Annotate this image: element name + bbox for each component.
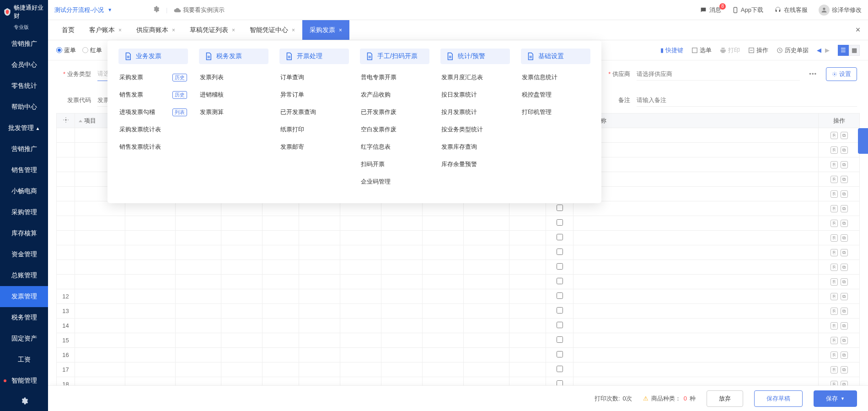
copy-icon[interactable]: ⎘ xyxy=(830,322,838,330)
duplicate-icon[interactable]: ⧉ xyxy=(841,308,848,315)
mega-tag[interactable]: 历史 xyxy=(172,74,187,81)
duplicate-icon[interactable]: ⧉ xyxy=(841,234,848,242)
sidebar-item[interactable]: 固定资产 xyxy=(0,328,48,349)
copy-icon[interactable]: ⎘ xyxy=(830,352,838,359)
duplicate-icon[interactable]: ⧉ xyxy=(841,205,848,212)
mega-item[interactable]: 发票月度汇总表 xyxy=(440,69,510,86)
table-row[interactable]: 15⎘⧉ xyxy=(57,333,860,348)
customer-service[interactable]: 在线客服 xyxy=(774,6,808,14)
quick-action-tab[interactable] xyxy=(858,128,868,154)
history-button[interactable]: 历史单据 xyxy=(777,46,809,54)
copy-icon[interactable]: ⎘ xyxy=(830,308,838,315)
duplicate-icon[interactable]: ⧉ xyxy=(841,293,848,300)
duplicate-icon[interactable]: ⧉ xyxy=(841,366,848,373)
mega-item[interactable]: 异常订单 xyxy=(279,86,349,103)
mega-item[interactable]: 发票库存查询 xyxy=(440,138,510,156)
tab[interactable]: 首页 xyxy=(54,20,82,40)
sidebar-item[interactable]: 总账管理 xyxy=(0,265,48,286)
mega-item[interactable]: 已开发票查询 xyxy=(279,103,349,121)
mega-item[interactable]: 纸票打印 xyxy=(279,121,349,138)
close-icon[interactable]: × xyxy=(172,27,175,33)
table-row[interactable]: ⎘⧉ xyxy=(57,245,860,260)
row-gift-checkbox[interactable] xyxy=(557,263,563,270)
print-button[interactable]: 打印 xyxy=(720,46,740,54)
table-row[interactable]: 14⎘⧉ xyxy=(57,319,860,333)
table-row[interactable]: 17⎘⧉ xyxy=(57,362,860,377)
copy-icon[interactable]: ⎘ xyxy=(830,220,838,227)
copy-icon[interactable]: ⎘ xyxy=(830,293,838,300)
close-icon[interactable]: × xyxy=(339,27,342,33)
copy-icon[interactable]: ⎘ xyxy=(830,161,838,168)
table-row[interactable]: 16⎘⧉ xyxy=(57,348,860,362)
sidebar-item[interactable]: 工资 xyxy=(0,349,48,370)
tab[interactable]: 采购发票× xyxy=(302,20,349,40)
copy-icon[interactable]: ⎘ xyxy=(830,381,838,385)
mega-item[interactable]: 销售发票统计表 xyxy=(118,138,188,156)
save-button[interactable]: 保存▼ xyxy=(814,390,857,407)
sidebar-item[interactable]: 采购管理 xyxy=(0,202,48,223)
mega-tag[interactable]: 历史 xyxy=(172,91,187,99)
mega-item[interactable]: 库存余量预警 xyxy=(440,156,510,173)
copy-icon[interactable]: ⎘ xyxy=(830,249,838,256)
duplicate-icon[interactable]: ⧉ xyxy=(841,352,848,359)
row-gift-checkbox[interactable] xyxy=(557,380,563,385)
table-row[interactable]: 12⎘⧉ xyxy=(57,289,860,304)
duplicate-icon[interactable]: ⧉ xyxy=(841,322,848,330)
mega-item[interactable]: 按月发票统计 xyxy=(440,103,510,121)
mega-item[interactable]: 打印机管理 xyxy=(521,103,590,121)
mega-item[interactable]: 按日发票统计 xyxy=(440,86,510,103)
select-button[interactable]: 选单 xyxy=(691,46,712,54)
next-button[interactable]: ▶ xyxy=(825,47,830,54)
duplicate-icon[interactable]: ⧉ xyxy=(841,132,848,139)
mega-item[interactable]: 红字信息表 xyxy=(360,138,429,156)
sidebar-item[interactable]: 资金管理 xyxy=(0,244,48,265)
sidebar-item[interactable]: 销售管理 xyxy=(0,160,48,181)
sidebar-item[interactable]: 批发管理▲ xyxy=(0,118,48,139)
duplicate-icon[interactable]: ⧉ xyxy=(841,278,848,286)
mega-item[interactable]: 发票测算 xyxy=(199,103,268,121)
mega-item[interactable]: 发票列表 xyxy=(199,69,268,86)
copy-icon[interactable]: ⎘ xyxy=(830,264,838,271)
user-menu[interactable]: 徐泽华修改 xyxy=(819,5,862,16)
nav-settings[interactable] xyxy=(0,392,48,411)
row-gift-checkbox[interactable] xyxy=(557,322,563,328)
row-gift-checkbox[interactable] xyxy=(557,307,563,314)
sidebar-item[interactable]: 会员中心 xyxy=(0,54,48,76)
tab[interactable]: 客户账本× xyxy=(82,20,129,40)
mega-item[interactable]: 空白发票作废 xyxy=(360,121,429,138)
prev-button[interactable]: ◀ xyxy=(817,47,821,54)
supplier-more[interactable]: ••• xyxy=(806,70,820,77)
row-gift-checkbox[interactable] xyxy=(557,336,563,343)
messages[interactable]: 消息 8 xyxy=(700,6,721,14)
copy-icon[interactable]: ⎘ xyxy=(830,132,838,139)
copy-icon[interactable]: ⎘ xyxy=(830,234,838,242)
mega-item[interactable]: 采购发票统计表 xyxy=(118,121,188,138)
mega-item[interactable]: 进项发票勾稽列表 xyxy=(118,103,188,121)
mega-item[interactable]: 税控盘管理 xyxy=(521,86,590,103)
settings-button[interactable]: 设置 xyxy=(826,67,857,81)
close-icon[interactable]: × xyxy=(232,27,235,33)
mega-item[interactable]: 农产品收购 xyxy=(360,86,429,103)
col-acct[interactable]: 辅主名称 xyxy=(573,114,819,128)
sidebar-item[interactable]: 小畅电商 xyxy=(0,181,48,202)
table-row[interactable]: 13⎘⧉ xyxy=(57,304,860,319)
table-row[interactable]: ⎘⧉ xyxy=(57,275,860,289)
hotkey-button[interactable]: ▮快捷键 xyxy=(660,46,683,54)
row-gift-checkbox[interactable] xyxy=(557,219,563,226)
copy-icon[interactable]: ⎘ xyxy=(830,366,838,373)
sidebar-item[interactable]: 营销推广 xyxy=(0,139,48,160)
discard-button[interactable]: 放弃 xyxy=(707,390,743,407)
tab[interactable]: 草稿凭证列表× xyxy=(182,20,242,40)
duplicate-icon[interactable]: ⧉ xyxy=(841,337,848,344)
view-grid[interactable]: ▦ xyxy=(849,45,860,56)
flow-settings[interactable] xyxy=(152,5,160,14)
mega-item[interactable]: 采购发票历史 xyxy=(118,69,188,86)
flow-selector[interactable]: 测试分开流程-小况 ▼ xyxy=(54,6,146,14)
duplicate-icon[interactable]: ⧉ xyxy=(841,249,848,256)
row-gift-checkbox[interactable] xyxy=(557,278,563,284)
demo-link[interactable]: 我要看实例演示 xyxy=(174,6,225,14)
mega-item[interactable]: 进销稽核 xyxy=(199,86,268,103)
sidebar-item[interactable]: 智能管理 xyxy=(0,370,48,391)
table-row[interactable]: 18⎘⧉ xyxy=(57,377,860,386)
duplicate-icon[interactable]: ⧉ xyxy=(841,264,848,271)
